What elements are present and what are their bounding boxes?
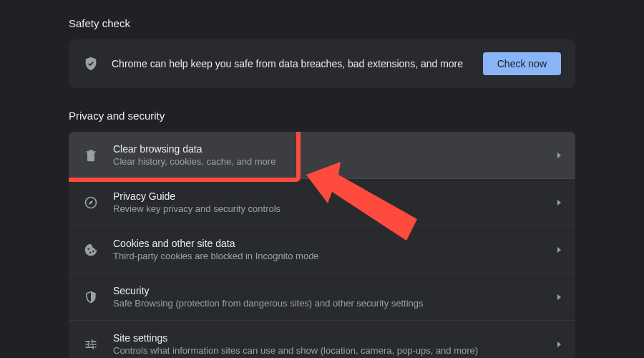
chevron-right-icon	[557, 294, 561, 300]
sliders-icon	[83, 337, 99, 352]
shield-check-icon	[83, 56, 99, 72]
row-security[interactable]: Security Safe Browsing (protection from …	[69, 274, 575, 321]
safety-check-card: Chrome can help keep you safe from data …	[69, 39, 575, 88]
safety-check-text: Chrome can help keep you safe from data …	[112, 58, 470, 69]
row-title: Privacy Guide	[113, 190, 543, 202]
chevron-right-icon	[557, 153, 561, 158]
check-now-button[interactable]: Check now	[483, 52, 561, 75]
row-cookies[interactable]: Cookies and other site data Third-party …	[69, 226, 575, 274]
privacy-security-section: Privacy and security Clear browsing data…	[69, 110, 575, 358]
row-title: Site settings	[113, 332, 543, 344]
safety-check-title: Safety check	[69, 17, 575, 29]
row-site-settings[interactable]: Site settings Controls what information …	[69, 321, 575, 358]
chevron-right-icon	[557, 200, 561, 205]
safety-check-section: Safety check Chrome can help keep you sa…	[69, 17, 575, 88]
row-sub: Controls what information sites can use …	[113, 345, 543, 356]
chevron-right-icon	[557, 247, 561, 253]
row-sub: Review key privacy and security controls	[113, 203, 543, 214]
shield-icon	[83, 289, 99, 305]
row-privacy-guide[interactable]: Privacy Guide Review key privacy and sec…	[69, 179, 575, 226]
row-title: Cookies and other site data	[113, 238, 543, 249]
row-clear-browsing-data[interactable]: Clear browsing data Clear history, cooki…	[69, 132, 575, 179]
row-title: Clear browsing data	[113, 143, 543, 155]
privacy-security-title: Privacy and security	[69, 110, 575, 122]
row-sub: Safe Browsing (protection from dangerous…	[113, 298, 543, 309]
row-sub: Third-party cookies are blocked in Incog…	[113, 251, 543, 261]
chevron-right-icon	[557, 342, 561, 347]
row-title: Security	[113, 285, 543, 296]
trash-icon	[83, 147, 99, 163]
row-sub: Clear history, cookies, cache, and more	[113, 156, 543, 167]
privacy-list: Clear browsing data Clear history, cooki…	[69, 132, 575, 358]
compass-icon	[83, 195, 99, 211]
cookie-icon	[83, 242, 99, 258]
